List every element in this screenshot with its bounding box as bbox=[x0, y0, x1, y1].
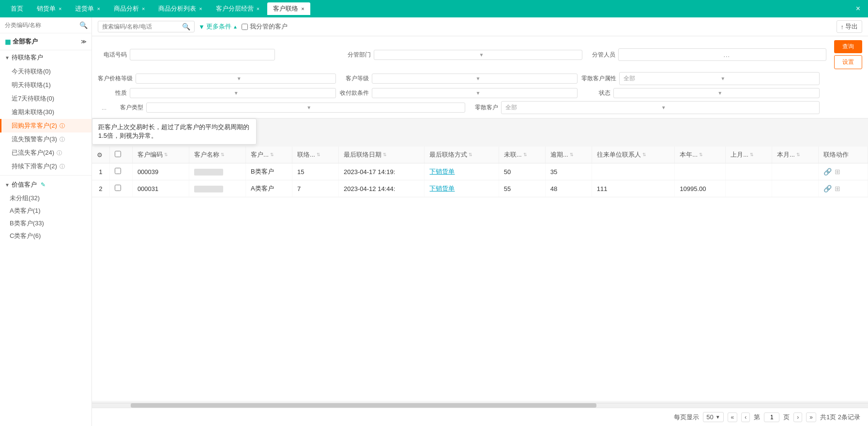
th-name: 客户名称⇅ bbox=[189, 147, 246, 163]
row-checkbox-1[interactable] bbox=[109, 163, 132, 180]
sort-contact-count-icon[interactable]: ⇅ bbox=[317, 152, 320, 157]
my-customers-checkbox[interactable] bbox=[242, 24, 248, 30]
tab-product-analysis-list[interactable]: 商品分析列表 × bbox=[152, 2, 208, 15]
tab-home[interactable]: 首页 bbox=[5, 2, 29, 15]
sort-this-year-icon[interactable]: ⇅ bbox=[699, 152, 703, 157]
filter-more-button[interactable]: ... bbox=[98, 104, 110, 111]
action-grid-icon-2[interactable]: ⊞ bbox=[835, 185, 840, 192]
select-all-checkbox[interactable] bbox=[115, 151, 121, 157]
sort-name-icon[interactable]: ⇅ bbox=[221, 152, 225, 157]
action-link-icon-1[interactable]: 🔗 bbox=[823, 168, 832, 176]
sidebar-item-today-followup[interactable]: 今天待联络(0) bbox=[0, 65, 91, 78]
sort-type-icon[interactable]: ⇅ bbox=[270, 152, 274, 157]
sort-contact-person-icon[interactable]: ⇅ bbox=[642, 152, 646, 157]
sidebar-value-customer-section[interactable]: ▼ 价值客户 ✎ bbox=[0, 177, 91, 192]
sidebar-collapse-icon[interactable]: ≫ bbox=[81, 39, 87, 45]
retail-customer-select[interactable]: 全部 ▼ bbox=[501, 101, 820, 114]
tab-close-customer-contact[interactable]: × bbox=[301, 6, 304, 12]
row-select-checkbox-1[interactable] bbox=[115, 168, 121, 174]
sidebar-item-class-c[interactable]: C类客户(6) bbox=[0, 230, 91, 242]
export-icon: ↑ bbox=[841, 23, 844, 30]
dept-select[interactable]: ▼ bbox=[374, 50, 582, 60]
tab-customer-segmentation[interactable]: 客户分层经营 × bbox=[210, 2, 265, 15]
sidebar-divider bbox=[0, 175, 91, 176]
tab-close-purchase-order[interactable]: × bbox=[97, 6, 100, 12]
settings-button[interactable]: 设置 bbox=[834, 55, 862, 69]
row-checkbox-2[interactable] bbox=[109, 180, 132, 197]
sidebar-item-class-a[interactable]: A类客户(1) bbox=[0, 205, 91, 217]
search-input[interactable] bbox=[102, 23, 180, 30]
action-icons-2: 🔗 ⊞ bbox=[823, 185, 863, 192]
sidebar-item-declining-customers[interactable]: 持续下滑客户(2) ⓘ bbox=[0, 160, 91, 173]
next-page-button[interactable]: › bbox=[793, 412, 802, 422]
chevron-down-icon: ▲ bbox=[233, 24, 238, 29]
tab-purchase-order[interactable]: 进货单 × bbox=[69, 2, 106, 15]
tab-close-customer-segmentation[interactable]: × bbox=[257, 6, 259, 12]
price-level-chevron-icon: ▼ bbox=[237, 76, 332, 81]
sidebar-item-unclassified[interactable]: 未分组(32) bbox=[0, 192, 91, 205]
page-number-input[interactable] bbox=[764, 412, 779, 422]
sort-overdue-icon[interactable]: ⇅ bbox=[570, 152, 574, 157]
sidebar-item-tomorrow-followup[interactable]: 明天待联络(1) bbox=[0, 78, 91, 92]
phone-input[interactable] bbox=[130, 49, 275, 60]
sort-code-icon[interactable]: ⇅ bbox=[164, 152, 168, 157]
th-checkbox[interactable] bbox=[109, 147, 132, 163]
row-num-1: 1 bbox=[92, 163, 109, 180]
person-select[interactable]: … bbox=[618, 48, 826, 61]
tab-close-sales-order[interactable]: × bbox=[59, 6, 61, 12]
more-conditions-button[interactable]: ▼ 更多条件 ▲ bbox=[198, 22, 238, 31]
tab-sales-order[interactable]: 销货单 × bbox=[31, 2, 67, 15]
sidebar: 🔍 ▦ 全部客户 ≫ ▼ 待联络客户 今天待联络(0) 明天待联络(1) 近7天… bbox=[0, 17, 92, 426]
retail-attr-chevron-icon: ▼ bbox=[720, 76, 815, 81]
search-icon[interactable]: 🔍 bbox=[182, 23, 190, 30]
sidebar-search-input[interactable] bbox=[5, 22, 77, 29]
action-link-icon-2[interactable]: 🔗 bbox=[823, 185, 832, 192]
sidebar-all-customers-header: ▦ 全部客户 ≫ bbox=[0, 33, 91, 50]
sort-this-month-icon[interactable]: ⇅ bbox=[796, 152, 800, 157]
sidebar-followup-section[interactable]: ▼ 待联络客户 bbox=[0, 50, 91, 65]
gender-select[interactable]: ▼ bbox=[130, 88, 336, 98]
sidebar-search-icon[interactable]: 🔍 bbox=[79, 21, 88, 29]
retail-attr-select[interactable]: 全部 ▼ bbox=[619, 72, 820, 85]
last-page-button[interactable]: » bbox=[806, 412, 816, 422]
row-select-checkbox-2[interactable] bbox=[115, 185, 121, 191]
row-last-method-1[interactable]: 下销货单 bbox=[425, 163, 499, 180]
tab-customer-contact[interactable]: 客户联络 × bbox=[267, 2, 310, 15]
sidebar-item-loss-warning[interactable]: 流失预警客户(3) ⓘ bbox=[0, 132, 91, 146]
sidebar-item-overdue-followup[interactable]: 逾期未联络(30) bbox=[0, 105, 91, 119]
tab-close-product-analysis-list[interactable]: × bbox=[199, 6, 202, 12]
filter-price-level: 客户价格等级 ▼ bbox=[98, 73, 336, 84]
sidebar-item-7day-followup[interactable]: 近7天待联络(0) bbox=[0, 92, 91, 105]
export-button[interactable]: ↑ 导出 bbox=[837, 20, 863, 33]
sidebar-item-class-b[interactable]: B类客户(33) bbox=[0, 217, 91, 230]
sort-last-date-icon[interactable]: ⇅ bbox=[383, 152, 387, 157]
window-close-button[interactable]: × bbox=[853, 4, 863, 13]
table-header: ⚙ 客户编码⇅ 客户名称⇅ 客户...⇅ 联络...⇅ 最后联络日期⇅ 最后联络… bbox=[92, 147, 868, 163]
horizontal-scrollbar[interactable] bbox=[92, 403, 868, 408]
row-last-method-2[interactable]: 下销货单 bbox=[425, 180, 499, 197]
payment-select[interactable]: ▼ bbox=[372, 88, 578, 98]
tab-close-product-analysis[interactable]: × bbox=[142, 6, 145, 12]
filter-row-1: 电话号码 分管部门 ▼ 分管人员 … bbox=[98, 40, 862, 69]
sort-last-method-icon[interactable]: ⇅ bbox=[469, 152, 472, 157]
my-customers-filter[interactable]: 我分管的客户 bbox=[242, 22, 288, 31]
first-page-button[interactable]: « bbox=[728, 412, 738, 422]
sort-last-month-icon[interactable]: ⇅ bbox=[750, 152, 754, 157]
scrollbar-thumb[interactable] bbox=[131, 403, 596, 408]
th-this-month: 本月...⇅ bbox=[772, 147, 819, 163]
sidebar-item-lost-customers[interactable]: 已流失客户(24) ⓘ bbox=[0, 146, 91, 160]
page-size-select[interactable]: 50 ▼ bbox=[703, 412, 723, 422]
prev-page-button[interactable]: ‹ bbox=[741, 412, 750, 422]
th-last-month: 上月...⇅ bbox=[726, 147, 772, 163]
customer-type-label: 客户类型 bbox=[114, 103, 143, 112]
action-grid-icon-1[interactable]: ⊞ bbox=[835, 168, 840, 176]
sidebar-item-repurchase-abnormal[interactable]: 回购异常客户(2) ⓘ bbox=[0, 119, 91, 132]
tab-product-analysis[interactable]: 商品分析 × bbox=[108, 2, 151, 15]
customer-type-select[interactable]: ▼ bbox=[146, 103, 465, 113]
price-level-select[interactable]: ▼ bbox=[136, 73, 336, 84]
status-select[interactable]: ▼ bbox=[613, 88, 820, 98]
sort-uncontacted-icon[interactable]: ⇅ bbox=[523, 152, 527, 157]
th-gear[interactable]: ⚙ bbox=[92, 147, 109, 163]
query-button[interactable]: 查询 bbox=[834, 40, 862, 53]
customer-level-select[interactable]: ▼ bbox=[372, 73, 578, 84]
